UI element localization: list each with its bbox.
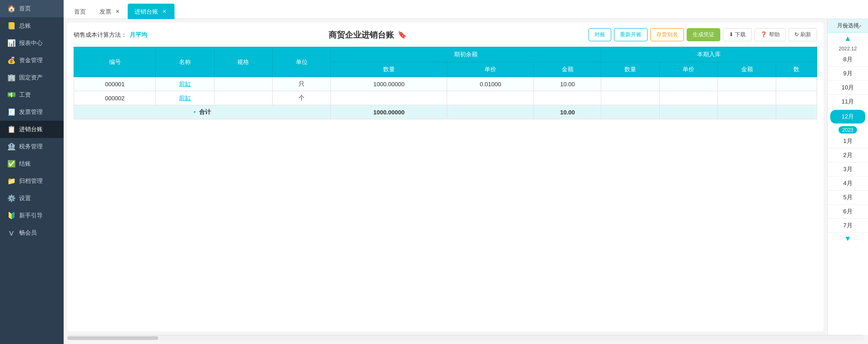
asset-icon: 🏢	[7, 74, 15, 82]
info-icon[interactable]: 🔖	[398, 30, 407, 39]
shengcheng-button[interactable]: 生成凭证	[687, 28, 720, 41]
total-in-shu	[601, 105, 659, 119]
guide-icon: 🔰	[7, 211, 15, 220]
col-header-name: 名称	[156, 47, 214, 77]
table-row: 000001 前缸 只 1000.00000 0.01000 10.00	[74, 77, 817, 91]
sidebar-item-report[interactable]: 📊 报表中心	[0, 34, 64, 52]
col-qichu-danjia: 单价	[447, 62, 534, 77]
main-panel: 销售成本计算方法： 月平均 商贸企业进销台账 🔖 对账 重新开账 存货别名 生成…	[67, 23, 823, 331]
cell-id: 000002	[74, 91, 156, 105]
col-header-unit: 单位	[273, 47, 331, 77]
cell-qi-danjia: 0.01000	[447, 77, 534, 91]
sidebar-item-archive[interactable]: 📁 归档管理	[0, 172, 64, 190]
sidebar-item-fund[interactable]: 💰 资金管理	[0, 52, 64, 69]
cell-in-danjia	[659, 77, 718, 91]
total-in-jine	[718, 105, 776, 119]
month-scroll-down[interactable]: ▼	[828, 233, 868, 245]
duizhang-button[interactable]: 对账	[589, 28, 611, 41]
cost-method: 销售成本计算方法： 月平均	[74, 31, 147, 39]
help-button[interactable]: ❓ 帮助	[754, 28, 785, 41]
home-icon: 🏠	[7, 5, 15, 13]
total-in-danjia	[659, 105, 718, 119]
sidebar-item-jinxiao[interactable]: 📋 进销台账	[0, 121, 64, 138]
refresh-button[interactable]: ↻ 刷新	[788, 28, 817, 41]
help-icon: ❓	[760, 31, 767, 38]
year-2022-label: 2022.12	[828, 44, 868, 53]
window-controls: ✕ ⤢	[841, 22, 864, 32]
cell-qi-danjia	[447, 91, 534, 105]
tax-icon: 🏦	[7, 143, 15, 151]
cell-qi-jine	[534, 91, 601, 105]
total-qi-danjia	[447, 105, 534, 119]
sidebar-item-salary[interactable]: 💵 工资	[0, 86, 64, 103]
tab-jinxiao-close[interactable]: ✕	[161, 8, 168, 15]
month-scroll-up[interactable]: ▲	[828, 33, 868, 44]
month-item-2023-6[interactable]: 6月	[828, 205, 868, 219]
report-icon: 📊	[7, 39, 15, 47]
col-header-qichu: 期初余额	[331, 47, 601, 62]
top-bar: 销售成本计算方法： 月平均 商贸企业进销台账 🔖 对账 重新开账 存货别名 生成…	[74, 28, 817, 41]
cunwei-button[interactable]: 存货别名	[650, 28, 684, 41]
sidebar-item-vip[interactable]: V 畅会员	[0, 224, 64, 241]
month-item-2023-3[interactable]: 3月	[828, 162, 868, 177]
cell-spec	[214, 77, 272, 91]
sidebar-item-ledger[interactable]: 📒 总账	[0, 17, 64, 34]
scrollbar-thumb[interactable]	[67, 336, 158, 340]
year-2023-badge: 2023	[838, 126, 857, 134]
jinxiao-icon: 📋	[7, 125, 15, 133]
col-qichu-jine: 金额	[534, 62, 601, 77]
month-item-2023-7[interactable]: 7月	[828, 219, 868, 233]
month-item-2023-1[interactable]: 1月	[828, 134, 868, 148]
month-item-2023-4[interactable]: 4月	[828, 177, 868, 191]
sidebar-item-home[interactable]: 🏠 首页	[0, 0, 64, 17]
sidebar-item-settle[interactable]: ✅ 结账	[0, 155, 64, 172]
cell-spec	[214, 91, 272, 105]
chongxin-button[interactable]: 重新开账	[614, 28, 648, 41]
month-item-8[interactable]: 8月	[828, 53, 868, 67]
table-row: 000002 前缸 个	[74, 91, 817, 105]
month-item-10[interactable]: 10月	[828, 81, 868, 95]
invoice-mgmt-icon: 🧾	[7, 108, 15, 116]
month-item-9[interactable]: 9月	[828, 67, 868, 81]
month-panel: 月份选择 ▲ 2022.12 8月 9月 10月 11月 12月 2023 1月…	[827, 19, 868, 335]
sidebar-item-guide[interactable]: 🔰 新手引导	[0, 207, 64, 224]
col-header-id: 编号	[74, 47, 156, 77]
col-ruku-jine: 金额	[718, 62, 776, 77]
tab-jinxiao[interactable]: 进销台账 ✕	[128, 4, 175, 19]
col-qichu-shu: 数量	[331, 62, 447, 77]
archive-icon: 📁	[7, 177, 15, 185]
cell-name: 前缸	[156, 91, 214, 105]
download-icon: ⬇	[729, 31, 733, 38]
download-button[interactable]: ⬇ 下载	[723, 28, 752, 41]
sidebar-item-tax[interactable]: 🏦 税务管理	[0, 138, 64, 155]
toolbar: 对账 重新开账 存货别名 生成凭证 ⬇ 下载 ❓ 帮助 ↻ 刷新	[589, 28, 817, 41]
total-icon: ▪	[194, 108, 196, 115]
month-item-11[interactable]: 11月	[828, 95, 868, 109]
tab-invoice-close[interactable]: ✕	[114, 8, 121, 15]
sidebar-item-invoice-mgmt[interactable]: 🧾 发票管理	[0, 103, 64, 121]
tab-invoice[interactable]: 发票 ✕	[93, 4, 128, 19]
total-label: ▪ 合计	[74, 105, 331, 119]
close-window-button[interactable]: ✕	[841, 22, 851, 32]
fund-icon: 💰	[7, 56, 15, 64]
cell-qi-shu: 1000.00000	[331, 77, 447, 91]
total-qi-jine: 10.00	[534, 105, 601, 119]
cell-unit: 只	[273, 77, 331, 91]
content-area: ✕ ⤢ 销售成本计算方法： 月平均 商贸企业进销台账 🔖 对账 重新开账 存货别…	[64, 19, 868, 335]
refresh-icon: ↻	[794, 31, 799, 38]
col-ruku-shu: 数量	[601, 62, 659, 77]
col-ruku-extra: 数	[776, 62, 817, 77]
tab-home[interactable]: 首页	[67, 4, 93, 19]
maximize-window-button[interactable]: ⤢	[854, 22, 864, 32]
cell-name: 前缸	[156, 77, 214, 91]
col-header-spec: 规格	[214, 47, 272, 77]
sidebar-item-settings[interactable]: ⚙️ 设置	[0, 190, 64, 207]
total-row: ▪ 合计 1000.00000 10.00	[74, 105, 817, 119]
horizontal-scrollbar[interactable]	[67, 335, 864, 340]
month-item-2023-2[interactable]: 2月	[828, 148, 868, 162]
cell-in-jine	[718, 91, 776, 105]
main-area: 首页 发票 ✕ 进销台账 ✕ ✕ ⤢ 销售成本计算方法： 月平均	[64, 0, 868, 344]
month-item-12[interactable]: 12月	[830, 110, 865, 124]
month-item-2023-5[interactable]: 5月	[828, 191, 868, 205]
sidebar-item-asset[interactable]: 🏢 固定资产	[0, 69, 64, 86]
